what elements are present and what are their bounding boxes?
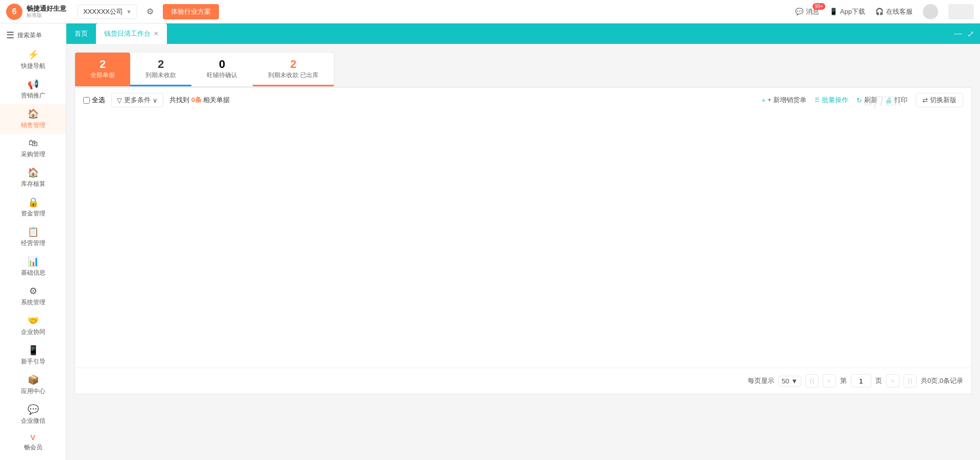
wechat-icon: 💬 xyxy=(28,404,39,415)
add-button[interactable]: + + 新增销货单 xyxy=(762,95,806,105)
refresh-icon: ↻ xyxy=(856,96,862,104)
online-support-label: 在线客服 xyxy=(886,7,913,16)
print-label: 打印 xyxy=(894,95,908,105)
stats-tab-pending[interactable]: 0 旺辅待确认 xyxy=(191,53,253,86)
add-icon: + xyxy=(762,96,766,104)
sidebar-menu: ☰ 搜索菜单 ⚡ 快捷导航 📢 营销推广 🏠 销售管理 🛍 采购管理 🏠 库存核… xyxy=(0,23,66,460)
filter-arrow-icon: ∨ xyxy=(153,96,158,104)
member-icon: V xyxy=(31,433,35,442)
search-menu-label: 搜索菜单 xyxy=(17,31,42,40)
quick-nav-icon: ⚡ xyxy=(28,49,39,60)
window-maximize-icon[interactable]: ⤢ xyxy=(967,29,974,39)
sidebar-item-wechat[interactable]: 💬 企业微信 xyxy=(0,400,66,429)
tab-daily-work-label: 钱货日清工作台 xyxy=(104,29,151,38)
marketing-label: 营销推广 xyxy=(21,91,45,100)
first-page-button[interactable]: ⟨⟨ xyxy=(805,374,819,388)
tab-home[interactable]: 首页 xyxy=(66,23,96,44)
finance-icon: 🔒 xyxy=(28,197,39,208)
batch-action[interactable]: ⠿ 批量操作 xyxy=(815,95,848,105)
app-center-icon: 📦 xyxy=(28,374,39,385)
switch-icon: ⇄ xyxy=(922,96,928,104)
stats-tabs: 2 全部单据 2 到期未收款 0 旺辅待确认 2 到期未收款 已出库 xyxy=(75,52,334,87)
sidebar-item-purchase[interactable]: 🛍 采购管理 xyxy=(0,134,66,163)
switch-label: 切换新版 xyxy=(930,95,957,105)
page-size-select[interactable]: 50 ▼ xyxy=(778,376,801,386)
app-download-label: App下载 xyxy=(840,7,865,16)
app-main-name: 畅捷通好生意 xyxy=(27,5,66,13)
page-input[interactable] xyxy=(851,374,871,388)
app-download-action[interactable]: 📱 App下载 xyxy=(829,7,865,16)
sidebar-item-app-center[interactable]: 📦 应用中心 xyxy=(0,370,66,400)
sidebar-item-system[interactable]: ⚙ 系统管理 xyxy=(0,281,66,311)
tab-home-label: 首页 xyxy=(75,29,88,38)
tab-close-icon[interactable]: ✕ xyxy=(154,30,159,37)
company-name: XXXXXX公司 xyxy=(83,7,123,16)
stats-tab-overdue-count: 2 xyxy=(158,58,164,71)
sidebar-item-quick-nav[interactable]: ⚡ 快捷导航 xyxy=(0,45,66,75)
next-page-button[interactable]: ＞ xyxy=(886,374,899,388)
app-download-icon: 📱 xyxy=(829,8,838,15)
enterprise-label: 企业协同 xyxy=(21,328,45,336)
page-size-value: 50 xyxy=(782,377,789,385)
operations-label: 经营管理 xyxy=(21,239,45,248)
tab-daily-work[interactable]: 钱货日清工作台 ✕ xyxy=(96,23,167,44)
stats-tab-overdue[interactable]: 2 到期未收款 xyxy=(130,53,191,86)
inventory-label: 库存核算 xyxy=(21,180,45,188)
marketing-icon: 📢 xyxy=(28,79,39,90)
sidebar-item-finance[interactable]: 🔒 资金管理 xyxy=(0,192,66,222)
print-icon: 🖨 xyxy=(886,96,892,104)
prev-page-button[interactable]: ＜ xyxy=(823,374,836,388)
page-label: 第 xyxy=(840,376,847,385)
table-area xyxy=(75,112,971,368)
message-icon: 💬 xyxy=(795,8,803,15)
settings-button[interactable]: ⚙ xyxy=(142,4,158,19)
stats-tab-shipped[interactable]: 2 到期未收款 已出库 xyxy=(253,53,334,86)
pagination: 每页显示 50 ▼ ⟨⟨ ＜ 第 页 ＞ ⟩⟩ 共0页,0条记录 xyxy=(75,368,971,394)
experience-button[interactable]: 体验行业方案 xyxy=(163,4,219,19)
messages-action[interactable]: 💬 消息 99+ xyxy=(795,7,819,16)
sidebar-item-operations[interactable]: 📋 经营管理 xyxy=(0,222,66,252)
search-menu-icon: ☰ xyxy=(6,30,14,41)
purchase-icon: 🛍 xyxy=(29,138,38,149)
sidebar-item-marketing[interactable]: 📢 营销推广 xyxy=(0,75,66,104)
stats-tab-shipped-count: 2 xyxy=(290,58,297,71)
window-controls: — ⤢ xyxy=(954,29,980,39)
sidebar-item-inventory[interactable]: 🏠 库存核算 xyxy=(0,163,66,192)
batch-label: 批量操作 xyxy=(822,95,848,105)
refresh-action[interactable]: ↻ 刷新 xyxy=(856,95,877,105)
quick-nav-label: 快捷导航 xyxy=(21,62,45,70)
page-label-2: 页 xyxy=(875,376,882,385)
online-support-action[interactable]: 🎧 在线客服 xyxy=(875,7,913,16)
company-selector[interactable]: XXXXXX公司 ▼ xyxy=(78,5,137,19)
enterprise-icon: 🤝 xyxy=(28,315,39,326)
system-icon: ⚙ xyxy=(29,285,37,297)
logo-icon: 6 xyxy=(6,4,22,20)
sidebar-item-member[interactable]: V 畅会员 xyxy=(0,429,66,456)
sidebar-item-sales[interactable]: 🏠 销售管理 xyxy=(0,104,66,134)
app-sub-name: 标准版 xyxy=(27,12,66,18)
filter-icon: ▽ xyxy=(117,96,122,104)
select-all-input[interactable] xyxy=(83,97,90,104)
print-action[interactable]: 🖨 打印 xyxy=(886,95,908,105)
user-avatar[interactable] xyxy=(923,4,938,19)
select-all-checkbox[interactable]: 全选 xyxy=(83,95,105,105)
filter-button[interactable]: ▽ 更多条件 ∨ xyxy=(111,93,163,107)
nav-tabs: 首页 钱货日清工作台 ✕ — ⤢ xyxy=(66,23,980,44)
guide-label: 新手引导 xyxy=(21,357,45,366)
window-minimize-icon[interactable]: — xyxy=(954,29,962,38)
stats-tab-all-count: 2 xyxy=(100,58,106,71)
stats-tab-all[interactable]: 2 全部单据 xyxy=(75,53,130,86)
stats-tab-all-label: 全部单据 xyxy=(90,71,115,80)
switch-version-button[interactable]: ⇄ 切换新版 xyxy=(916,93,963,107)
stats-tab-shipped-label: 到期未收款 已出库 xyxy=(268,71,318,80)
sidebar-item-guide[interactable]: 📱 新手引导 xyxy=(0,341,66,370)
user-name-area[interactable] xyxy=(948,4,974,19)
last-page-button[interactable]: ⟩⟩ xyxy=(903,374,917,388)
purchase-label: 采购管理 xyxy=(21,150,45,159)
sidebar-item-basic-info[interactable]: 📊 基础信息 xyxy=(0,252,66,281)
sidebar-item-search[interactable]: ☰ 搜索菜单 xyxy=(0,26,66,45)
stats-tab-pending-label: 旺辅待确认 xyxy=(207,71,237,80)
found-text: 共找到 0条 相关单据 xyxy=(169,95,230,105)
toolbar-right: + + 新增销货单 ⠿ 批量操作 ↻ 刷新 🖨 打印 ⇄ 切换新版 xyxy=(762,93,963,107)
sidebar-item-enterprise[interactable]: 🤝 企业协同 xyxy=(0,311,66,341)
